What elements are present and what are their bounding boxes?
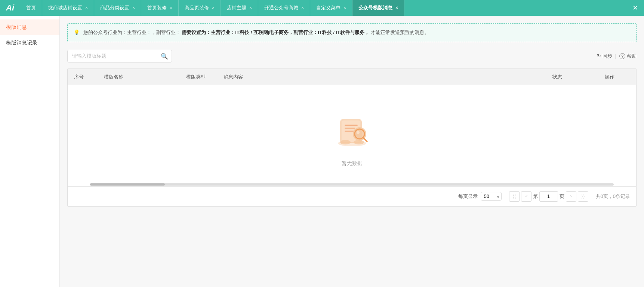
- search-input-wrap: 🔍: [67, 50, 172, 62]
- current-page-input[interactable]: [539, 191, 558, 202]
- svg-rect-3: [345, 125, 358, 126]
- nav-tab-product-deco-label: 商品页装修: [185, 4, 209, 11]
- nav-tab-home[interactable]: 首页: [20, 0, 42, 16]
- col-header-type: 模版类型: [180, 69, 218, 85]
- nav-tab-open-wechat[interactable]: 开通公众号商城 ×: [258, 0, 310, 16]
- svg-line-10: [363, 138, 367, 141]
- notice-text-after: 才能正常发送预置的消息。: [371, 30, 429, 35]
- nav-tab-shop-settings[interactable]: 微商城店铺设置 ×: [42, 0, 94, 16]
- help-button[interactable]: ? 帮助: [619, 53, 637, 59]
- sidebar-item-template-msg[interactable]: 模版消息: [0, 19, 59, 35]
- nav-tab-home-deco-close[interactable]: ×: [170, 5, 172, 10]
- page-size-select-wrap: 50 10 20 100: [481, 192, 502, 201]
- search-icon[interactable]: 🔍: [161, 52, 168, 59]
- notice-box: 💡 您的公众号行业为：主营行业：，副营行业： 需要设置为：主营行业：IT科技 /…: [67, 23, 637, 42]
- nav-tab-home-deco-label: 首页装修: [147, 4, 167, 11]
- data-table: 序号 模版名称 模版类型 消息内容 状态 操作: [68, 69, 636, 85]
- nav-tab-template-msg-label: 公众号模版消息: [358, 4, 392, 11]
- sidebar-item-template-record-label: 模版消息记录: [6, 40, 37, 46]
- nav-tab-home-label: 首页: [26, 4, 36, 11]
- nav-tab-custom-menu-label: 自定义菜单: [316, 4, 341, 11]
- close-all-button[interactable]: ✕: [626, 4, 644, 12]
- nav-tab-theme-label: 店铺主题: [227, 4, 246, 11]
- sidebar-item-template-record[interactable]: 模版消息记录: [0, 35, 59, 51]
- last-page-button[interactable]: ⟩⟩: [578, 191, 588, 202]
- sync-label: 同步: [603, 53, 612, 59]
- horizontal-scrollbar[interactable]: [68, 182, 636, 186]
- scrollbar-track: [90, 183, 614, 186]
- svg-rect-4: [345, 128, 355, 129]
- col-header-content: 消息内容: [218, 69, 546, 85]
- nav-tab-shop-settings-close[interactable]: ×: [85, 5, 88, 10]
- nav-tab-custom-menu-close[interactable]: ×: [343, 5, 346, 10]
- table-container: 序号 模版名称 模版类型 消息内容 状态 操作: [67, 68, 637, 207]
- col-header-action: 操作: [599, 69, 636, 85]
- content-area: 💡 您的公众号行业为：主营行业：，副营行业： 需要设置为：主营行业：IT科技 /…: [60, 16, 644, 287]
- page-label-before: 第: [533, 193, 538, 200]
- notice-icon: 💡: [74, 30, 80, 35]
- sync-button[interactable]: ↻ 同步: [597, 53, 612, 59]
- notice-highlight: 需要设置为：主营行业：IT科技 / 互联网|电子商务，副营行业：IT科技 / I…: [182, 30, 369, 35]
- nav-tab-open-wechat-close[interactable]: ×: [301, 5, 304, 10]
- col-header-status: 状态: [546, 69, 599, 85]
- nav-tab-product-deco-close[interactable]: ×: [212, 5, 215, 10]
- search-input[interactable]: [67, 50, 172, 62]
- page-size-select[interactable]: 50 10 20 100: [481, 192, 502, 201]
- empty-state: 暂无数据: [68, 85, 636, 182]
- nav-tab-product-deco[interactable]: 商品页装修 ×: [179, 0, 221, 16]
- svg-point-11: [357, 131, 360, 134]
- nav-tab-theme[interactable]: 店铺主题 ×: [221, 0, 258, 16]
- total-info: 共0页，0条记录: [596, 193, 630, 200]
- search-bar: 🔍 ↻ 同步 | ? 帮助: [67, 50, 637, 62]
- nav-tab-template-msg-close[interactable]: ×: [395, 5, 398, 10]
- nav-tab-category-close[interactable]: ×: [132, 5, 135, 10]
- help-label: 帮助: [627, 53, 637, 59]
- sidebar: 模版消息 模版消息记录: [0, 16, 60, 287]
- sync-icon: ↻: [597, 53, 601, 59]
- col-header-index: 序号: [68, 69, 98, 85]
- toolbar-divider: |: [615, 53, 616, 59]
- top-nav-bar: Ai 首页 微商城店铺设置 × 商品分类设置 × 首页装修 × 商品页装修 × …: [0, 0, 644, 16]
- nav-tab-open-wechat-label: 开通公众号商城: [264, 4, 298, 11]
- nav-tab-category-label: 商品分类设置: [100, 4, 129, 11]
- notice-text-before: 您的公众号行业为：主营行业：，副营行业：: [83, 30, 181, 35]
- empty-illustration: [330, 108, 375, 153]
- nav-tab-theme-close[interactable]: ×: [249, 5, 252, 10]
- prev-page-button[interactable]: ＜: [521, 191, 531, 202]
- col-header-name: 模版名称: [98, 69, 180, 85]
- table-header-row: 序号 模版名称 模版类型 消息内容 状态 操作: [68, 69, 636, 85]
- next-page-button[interactable]: ＞: [566, 191, 576, 202]
- pagination: 每页显示 50 10 20 100 ⟨⟨ ＜ 第 页 ＞ ⟩⟩: [68, 186, 636, 206]
- empty-text: 暂无数据: [342, 160, 363, 167]
- svg-point-6: [340, 140, 351, 144]
- help-icon: ?: [619, 53, 625, 59]
- nav-tab-shop-settings-label: 微商城店铺设置: [48, 4, 82, 11]
- app-logo: Ai: [0, 3, 20, 13]
- nav-tab-home-deco[interactable]: 首页装修 ×: [141, 0, 179, 16]
- nav-tab-category[interactable]: 商品分类设置 ×: [94, 0, 141, 16]
- nav-tab-template-msg[interactable]: 公众号模版消息 ×: [352, 0, 404, 16]
- toolbar-right: ↻ 同步 | ? 帮助: [597, 53, 637, 59]
- page-label-after: 页: [560, 193, 564, 200]
- sidebar-item-template-msg-label: 模版消息: [6, 24, 27, 30]
- nav-tab-custom-menu[interactable]: 自定义菜单 ×: [310, 0, 352, 16]
- page-navigation: ⟨⟨ ＜ 第 页 ＞ ⟩⟩: [509, 191, 588, 202]
- first-page-button[interactable]: ⟨⟨: [509, 191, 520, 202]
- scrollbar-thumb[interactable]: [90, 183, 165, 186]
- page-size-label: 每页显示: [458, 193, 478, 200]
- main-layout: 模版消息 模版消息记录 💡 您的公众号行业为：主营行业：，副营行业： 需要设置为…: [0, 16, 644, 287]
